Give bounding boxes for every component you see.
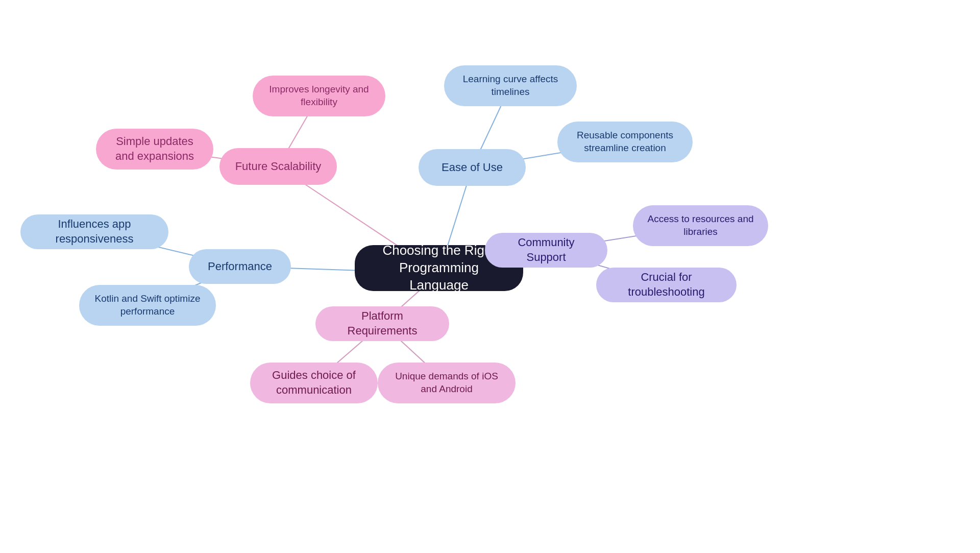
influences-app-node: Influences app responsiveness [20,214,168,249]
ease-of-use-node: Ease of Use [419,149,526,186]
performance-node: Performance [189,249,291,284]
community-support-node: Community Support [485,233,607,268]
platform-requirements-node: Platform Requirements [315,306,449,341]
access-resources-node: Access to resources and libraries [633,205,768,246]
reusable-components-node: Reusable components streamline creation [557,122,693,162]
crucial-troubleshooting-node: Crucial for troubleshooting [596,268,737,302]
unique-demands-node: Unique demands of iOS and Android [378,363,516,403]
simple-updates-node: Simple updates and expansions [96,129,213,170]
kotlin-swift-node: Kotlin and Swift optimize performance [79,285,216,326]
guides-choice-node: Guides choice of communication [250,363,378,403]
future-scalability-node: Future Scalability [219,148,337,185]
improves-longevity-node: Improves longevity and flexibility [253,76,385,116]
learning-curve-node: Learning curve affects timelines [444,65,577,106]
